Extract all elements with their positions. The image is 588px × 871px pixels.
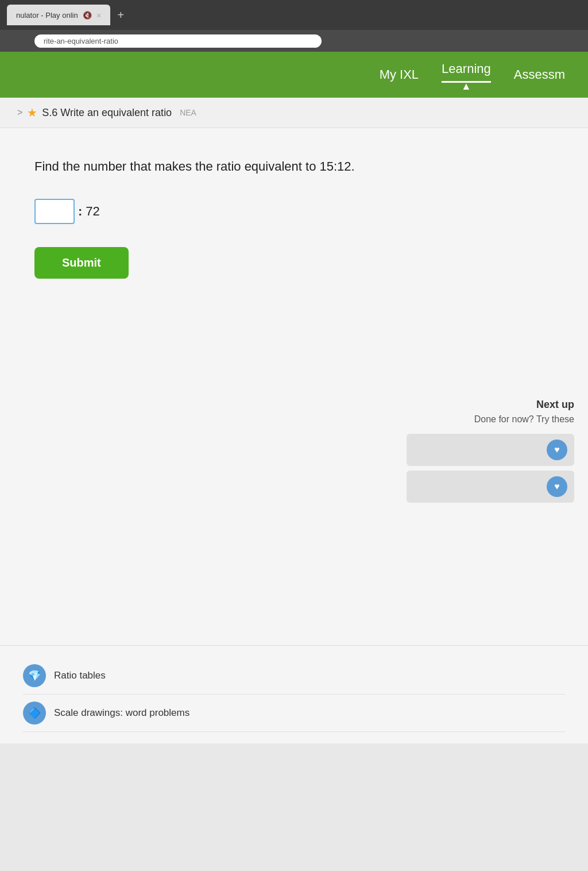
diamond-icon-2: 🔷	[23, 702, 46, 724]
active-tab[interactable]: nulator - Play onlin 🔇 ×	[7, 5, 110, 25]
tab-close-icon[interactable]: ×	[96, 10, 102, 20]
ratio-input-row: : 72	[34, 199, 554, 224]
bottom-item-ratio-tables[interactable]: 💎 Ratio tables	[23, 657, 565, 695]
browser-chrome: nulator - Play onlin 🔇 × +	[0, 0, 588, 30]
bottom-item-2-label: Scale drawings: word problems	[54, 707, 189, 719]
ratio-value: 72	[86, 204, 99, 219]
main-content: Find the number that makes the ratio equ…	[0, 128, 588, 645]
submit-button[interactable]: Submit	[34, 247, 129, 279]
answer-input[interactable]	[34, 199, 75, 224]
nav-item-my-ixl[interactable]: My IXL	[380, 63, 419, 87]
question-text: Find the number that makes the ratio equ…	[34, 157, 554, 176]
nav-item-learning[interactable]: Learning	[442, 57, 491, 83]
breadcrumb-star-icon: ★	[27, 106, 37, 120]
nav-active-indicator: ▲	[461, 80, 471, 93]
bottom-section: 💎 Ratio tables 🔷 Scale drawings: word pr…	[0, 645, 588, 743]
heart-icon-1: ♥	[547, 440, 567, 460]
address-bar[interactable]: rite-an-equivalent-ratio	[34, 34, 322, 48]
ratio-colon: :	[78, 204, 82, 219]
diamond-icon-1: 💎	[23, 664, 46, 687]
tab-sound-icon[interactable]: 🔇	[83, 11, 92, 20]
tab-bar: nulator - Play onlin 🔇 × +	[7, 5, 129, 25]
address-bar-row: rite-an-equivalent-ratio	[0, 30, 588, 52]
next-up-subtitle: Done for now? Try these	[407, 414, 574, 425]
nav-item-assessment[interactable]: Assessm	[514, 63, 565, 87]
bottom-item-1-label: Ratio tables	[54, 670, 106, 681]
next-up-item-2[interactable]: ♥	[407, 471, 574, 503]
breadcrumb: > ★ S.6 Write an equivalent ratio NEA	[0, 98, 588, 128]
breadcrumb-label: S.6 Write an equivalent ratio	[42, 107, 172, 119]
nav-header: My IXL Learning ▲ Assessm	[0, 52, 588, 98]
next-up-title: Next up	[407, 399, 574, 411]
tab-label: nulator - Play onlin	[16, 11, 78, 20]
breadcrumb-arrow: >	[17, 107, 22, 118]
heart-icon-2: ♥	[547, 476, 567, 497]
bottom-item-scale-drawings[interactable]: 🔷 Scale drawings: word problems	[23, 695, 565, 732]
new-tab-button[interactable]: +	[113, 6, 129, 24]
next-up-item-1[interactable]: ♥	[407, 434, 574, 466]
breadcrumb-badge: NEA	[180, 108, 196, 117]
next-up-panel: Next up Done for now? Try these ♥ ♥	[393, 387, 588, 519]
